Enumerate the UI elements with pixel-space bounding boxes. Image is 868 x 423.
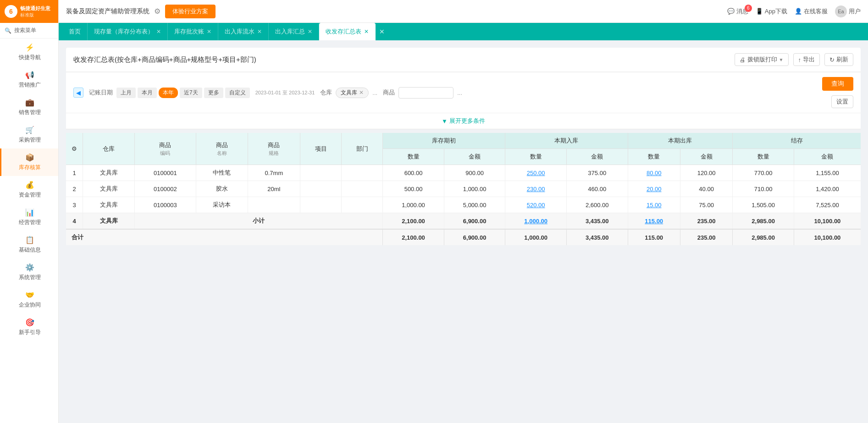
row2-in-qty[interactable]: 230.00 bbox=[505, 181, 567, 197]
tab-receipt-summary[interactable]: 收发存汇总表 ✕ bbox=[319, 23, 376, 40]
refresh-btn[interactable]: ↻ 刷新 bbox=[824, 53, 853, 66]
table-col-balance: 结存 bbox=[733, 133, 861, 149]
system-title: 装备及固定资产辅助管理系统 bbox=[66, 7, 149, 16]
message-btn[interactable]: 💬 消息 6 bbox=[727, 7, 748, 16]
subtotal-in-amt: 3,435.00 bbox=[566, 213, 628, 230]
subtotal-out-qty[interactable]: 115.00 bbox=[628, 213, 680, 230]
table-col-name: 商品名称 bbox=[196, 133, 248, 165]
sidebar-item-inventory[interactable]: 📦 库存核算 bbox=[0, 148, 58, 176]
row1-in-qty[interactable]: 250.00 bbox=[505, 165, 567, 181]
sidebar-item-sales[interactable]: 💼 销售管理 bbox=[0, 93, 58, 121]
online-service-btn[interactable]: 👤 在线客服 bbox=[795, 7, 828, 16]
date-btn-last-month[interactable]: 上月 bbox=[116, 88, 136, 98]
tab-inventory-dist[interactable]: 现存量（库存分布表） ✕ bbox=[88, 23, 168, 40]
tab-inout-flow[interactable]: 出入库流水 ✕ bbox=[218, 23, 269, 40]
operations-icon: 📊 bbox=[25, 208, 34, 217]
date-btn-this-year[interactable]: 本年 bbox=[159, 88, 178, 98]
row1-warehouse: 文具库 bbox=[83, 165, 135, 181]
sidebar-item-marketing[interactable]: 📢 营销推广 bbox=[0, 66, 58, 93]
table-footer-row: 合计 2,100.00 6,900.00 1,000.00 3,435.00 1… bbox=[66, 229, 861, 245]
row3-name: 采访本 bbox=[196, 197, 248, 213]
row2-spec: 20ml bbox=[248, 181, 300, 197]
tab-home[interactable]: 首页 bbox=[62, 23, 88, 40]
tab-close-inout-summary[interactable]: ✕ bbox=[308, 28, 312, 35]
filter-collapse-btn[interactable]: ◀ bbox=[73, 88, 83, 98]
row3-open-amt: 5,000.00 bbox=[444, 197, 505, 213]
date-btn-more[interactable]: 更多 bbox=[204, 88, 223, 98]
filter-settings-btn[interactable]: 设置 bbox=[831, 95, 853, 108]
search-menu[interactable]: 🔍 搜索菜单 bbox=[0, 23, 58, 38]
expand-filters-btn[interactable]: ▼ 展开更多条件 bbox=[442, 117, 485, 125]
tab-close-inventory-dist[interactable]: ✕ bbox=[156, 28, 161, 35]
warehouse-tag: 文具库 ✕ bbox=[336, 88, 369, 98]
tab-inout-summary[interactable]: 出入库汇总 ✕ bbox=[269, 23, 319, 40]
footer-open-qty: 2,100.00 bbox=[383, 229, 444, 245]
row3-bal-qty: 1,505.00 bbox=[733, 197, 794, 213]
sidebar-item-system[interactable]: ⚙️ 系统管理 bbox=[0, 258, 58, 286]
warehouse-more-btn[interactable]: ... bbox=[372, 89, 377, 96]
row1-name: 中性笔 bbox=[196, 165, 248, 181]
sidebar-item-base-info[interactable]: 📋 基础信息 bbox=[0, 231, 58, 258]
experience-btn[interactable]: 体验行业方案 bbox=[165, 5, 216, 18]
app-download-btn[interactable]: 📱 App下载 bbox=[756, 7, 787, 16]
tab-close-batch-ledger[interactable]: ✕ bbox=[207, 28, 211, 35]
row1-open-qty: 600.00 bbox=[383, 165, 444, 181]
date-quick-btns: 上月 本月 本年 近7天 更多 自定义 bbox=[116, 88, 250, 98]
table-col-settings[interactable]: ⚙ bbox=[66, 133, 83, 165]
goods-more-btn[interactable]: ... bbox=[457, 89, 462, 96]
page-actions: 🖨 拨锁版打印 ▼ ↑ 导出 ↻ 刷新 bbox=[735, 53, 853, 66]
expand-filters-row: ▼ 展开更多条件 bbox=[66, 113, 861, 129]
sidebar-item-purchase[interactable]: 🛒 采购管理 bbox=[0, 121, 58, 148]
date-range-text: 2023-01-01 至 2023-12-31 bbox=[255, 89, 315, 96]
goods-filter-input[interactable] bbox=[398, 87, 453, 99]
row3-out-amt: 75.00 bbox=[680, 197, 732, 213]
sidebar-item-guide[interactable]: 🎯 新手引导 bbox=[0, 313, 58, 341]
row3-out-qty[interactable]: 15.00 bbox=[628, 197, 680, 213]
user-btn[interactable]: Ea 用户 bbox=[835, 5, 861, 17]
finance-icon: 💰 bbox=[25, 181, 34, 189]
subtotal-warehouse: 文具库 bbox=[83, 213, 135, 230]
table-col-code: 商品编码 bbox=[135, 133, 196, 165]
row2-out-amt: 40.00 bbox=[680, 181, 732, 197]
query-btn[interactable]: 查询 bbox=[822, 77, 853, 91]
sidebar-item-quick-nav[interactable]: ⚡ 快捷导航 bbox=[0, 38, 58, 66]
row3-project bbox=[300, 197, 342, 213]
row3-open-qty: 1,000.00 bbox=[383, 197, 444, 213]
footer-in-amt: 3,435.00 bbox=[566, 229, 628, 245]
table-subtotal-row: 4 文具库 小计 2,100.00 6,900.00 1,000.00 3,43… bbox=[66, 213, 861, 230]
table-col-out: 本期出库 bbox=[628, 133, 733, 149]
goods-filter-label: 商品 bbox=[383, 88, 395, 97]
tab-close-receipt-summary[interactable]: ✕ bbox=[364, 28, 369, 35]
close-all-tabs[interactable]: ✕ bbox=[379, 28, 385, 35]
row2-out-qty[interactable]: 20.00 bbox=[628, 181, 680, 197]
table-col-opening: 库存期初 bbox=[383, 133, 505, 149]
print-btn[interactable]: 🖨 拨锁版打印 ▼ bbox=[735, 53, 789, 66]
export-btn[interactable]: ↑ 导出 bbox=[793, 53, 820, 66]
row1-out-qty[interactable]: 80.00 bbox=[628, 165, 680, 181]
row2-dept bbox=[342, 181, 383, 197]
table-col-spec: 商品规格 bbox=[248, 133, 300, 165]
tab-batch-ledger[interactable]: 库存批次账 ✕ bbox=[168, 23, 218, 40]
date-btn-7days[interactable]: 近7天 bbox=[180, 88, 202, 98]
tabs-bar: 首页 现存量（库存分布表） ✕ 库存批次账 ✕ 出入库流水 ✕ 出入库汇总 ✕ … bbox=[59, 23, 868, 40]
subtotal-bal-amt: 10,100.00 bbox=[794, 213, 861, 230]
sidebar-item-operations[interactable]: 📊 经营管理 bbox=[0, 203, 58, 231]
date-btn-this-month[interactable]: 本月 bbox=[138, 88, 157, 98]
phone-icon: 📱 bbox=[756, 8, 763, 15]
row3-in-qty[interactable]: 520.00 bbox=[505, 197, 567, 213]
sidebar-item-finance[interactable]: 💰 资金管理 bbox=[0, 176, 58, 203]
table-subheader-in-amt: 金额 bbox=[566, 149, 628, 165]
table-subheader-bal-amt: 金额 bbox=[794, 149, 861, 165]
sidebar-item-enterprise[interactable]: 🤝 企业协同 bbox=[0, 286, 58, 313]
subtotal-in-qty[interactable]: 1,000.00 bbox=[505, 213, 567, 230]
content-area: 收发存汇总表(按仓库+商品编码+商品+规格型号+项目+部门) 🖨 拨锁版打印 ▼… bbox=[59, 40, 868, 423]
row2-project bbox=[300, 181, 342, 197]
search-icon: 🔍 bbox=[5, 27, 11, 34]
warehouse-tag-close[interactable]: ✕ bbox=[359, 89, 364, 96]
sidebar: 6 畅捷通好生意 标准版 🔍 搜索菜单 ⚡ 快捷导航 📢 营销推广 💼 销售管理… bbox=[0, 0, 59, 423]
settings-icon[interactable]: ⚙ bbox=[154, 7, 160, 16]
tab-close-inout-flow[interactable]: ✕ bbox=[257, 28, 262, 35]
row1-dept bbox=[342, 165, 383, 181]
footer-out-amt: 235.00 bbox=[680, 229, 732, 245]
date-btn-custom[interactable]: 自定义 bbox=[225, 88, 250, 98]
